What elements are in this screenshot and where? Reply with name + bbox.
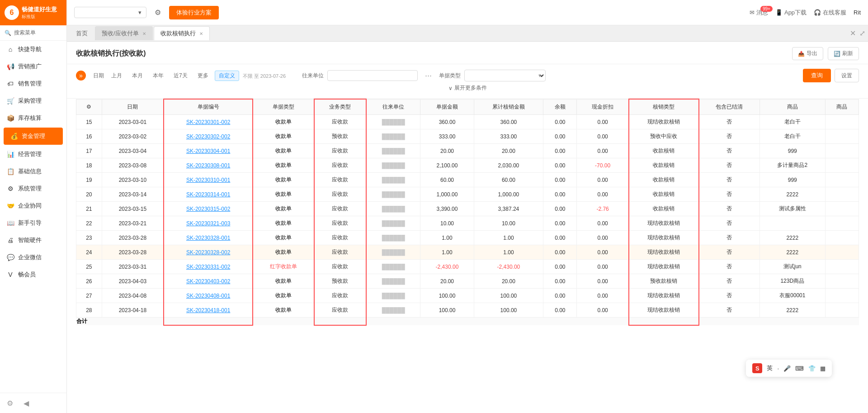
user-name[interactable]: Rit [854, 9, 861, 16]
col-header-bill-no[interactable]: 单据编号 [164, 99, 253, 115]
tab-close-advance-bill[interactable]: ✕ [142, 31, 146, 36]
date-btn-7days[interactable]: 近7天 [170, 71, 191, 81]
bill-no-link[interactable]: SK-20230328-002 [186, 249, 230, 256]
col-header-verified-amount[interactable]: 累计核销金额 [474, 99, 543, 115]
cell-product2 [825, 144, 859, 158]
cell-include-cleared: 否 [699, 115, 760, 129]
date-btn-this-month[interactable]: 本月 [128, 71, 146, 81]
industry-solution-button[interactable]: 体验行业方案 [169, 6, 219, 19]
bill-no-link[interactable]: SK-20230315-002 [186, 206, 230, 212]
sidebar-item-wechat[interactable]: 💬 企业微信 [0, 249, 66, 266]
cell-bill-type: 收款单 [253, 144, 314, 158]
cell-product: 老白干 [760, 115, 825, 129]
bill-no-link[interactable]: SK-20230302-002 [186, 133, 230, 140]
col-header-include-cleared[interactable]: 包含已结清 [699, 99, 760, 115]
col-header-partner[interactable]: 往来单位 [366, 99, 420, 115]
online-support-link[interactable]: 🎧 在线客服 [814, 9, 846, 17]
partner-input[interactable] [327, 70, 418, 81]
col-header-date[interactable]: 日期 [102, 99, 164, 115]
col-header-balance[interactable]: 余额 [543, 99, 577, 115]
bill-no-link[interactable]: SK-20230408-001 [186, 293, 230, 299]
cell-product [760, 216, 825, 231]
bill-no-link[interactable]: SK-20230331-002 [186, 264, 230, 270]
close-tab-icon[interactable]: ✕ [850, 29, 856, 38]
col-header-product2[interactable]: 商品 [825, 99, 859, 115]
table-row: 17 2023-03-04 SK-20230304-001 收款单 应收款 ██… [76, 144, 859, 158]
bill-no-link[interactable]: SK-20230403-002 [186, 278, 230, 285]
tab-receipt-verify[interactable]: 收款核销执行 ✕ [154, 26, 210, 40]
export-button[interactable]: 📤 导出 [792, 47, 823, 60]
col-header-verify-type[interactable]: 核销类型 [629, 99, 699, 115]
cell-date: 2023-03-15 [102, 202, 164, 216]
sidebar-item-enterprise[interactable]: 🤝 企业协同 [0, 197, 66, 214]
bill-no-link[interactable]: SK-20230304-001 [186, 148, 230, 154]
search-menu[interactable]: 🔍 搜索菜单 [0, 25, 66, 41]
filter-toggle-button[interactable]: » [76, 71, 86, 81]
col-header-biz-type[interactable]: 业务类型 [314, 99, 367, 115]
mic-icon[interactable]: 🎤 [783, 365, 791, 372]
page-content: 收款核销执行(按收款) 📤 导出 🔄 刷新 » 日期 上月 [67, 42, 868, 413]
cell-balance: 0.00 [543, 303, 577, 318]
keyboard-icon[interactable]: ⌨ [795, 365, 804, 372]
expand-conditions-button[interactable]: ∨ 展开更多条件 [76, 82, 859, 94]
cell-biz-type: 应收款 [314, 202, 367, 216]
bill-no-link[interactable]: SK-20230308-001 [186, 162, 230, 169]
sidebar-item-operations[interactable]: 📊 经营管理 [0, 146, 66, 163]
date-btn-custom[interactable]: 自定义 [215, 71, 239, 81]
cell-no: 20 [76, 187, 102, 202]
sidebar-item-quick-nav[interactable]: ⌂ 快捷导航 [0, 41, 66, 58]
bill-no-link[interactable]: SK-20230321-003 [186, 220, 230, 227]
query-button[interactable]: 查询 [803, 69, 831, 82]
message-button[interactable]: ✉ 消息 99+ [750, 9, 768, 17]
date-btn-this-year[interactable]: 本年 [149, 71, 167, 81]
settings-icon[interactable]: ⚙ [151, 6, 165, 19]
sidebar-item-hardware[interactable]: 🖨 智能硬件 [0, 232, 66, 249]
bill-type-select[interactable] [464, 70, 546, 81]
filter-dots[interactable]: ··· [425, 71, 432, 81]
col-header-bill-type[interactable]: 单据类型 [253, 99, 314, 115]
tab-advance-bill[interactable]: 预收/应收付单 ✕ [95, 26, 153, 40]
sidebar-item-marketing[interactable]: 📢 营销推广 [0, 58, 66, 75]
bill-no-link[interactable]: SK-20230310-001 [186, 177, 230, 183]
app-download-link[interactable]: 📱 App下载 [775, 9, 807, 17]
sidebar-item-guide[interactable]: 📖 新手引导 [0, 214, 66, 232]
settings-bottom-icon[interactable]: ⚙ [4, 397, 16, 409]
company-selector[interactable]: ▾ [74, 7, 146, 18]
sogou-icon: S [752, 363, 762, 373]
grid-icon[interactable]: ▦ [820, 365, 826, 372]
cell-verified-amount: 60.00 [474, 173, 543, 187]
cell-date: 2023-03-02 [102, 129, 164, 144]
sidebar-item-member[interactable]: V 畅会员 [0, 266, 66, 283]
bill-no-link[interactable]: SK-20230301-002 [186, 119, 230, 125]
sidebar-item-finance[interactable]: 💰 资金管理 [4, 128, 63, 145]
sidebar-item-basic[interactable]: 📋 基础信息 [0, 163, 66, 180]
skin-icon[interactable]: 👕 [808, 365, 816, 372]
sidebar-item-purchase[interactable]: 🛒 采购管理 [0, 92, 66, 109]
cell-product2 [825, 231, 859, 245]
sidebar-item-system[interactable]: ⚙ 系统管理 [0, 180, 66, 197]
col-header-settings[interactable]: ⚙ [76, 99, 102, 115]
cell-verified-amount: 1.00 [474, 245, 543, 260]
col-header-product[interactable]: 商品 [760, 99, 825, 115]
date-btn-more[interactable]: 更多 [194, 71, 212, 81]
settings-button[interactable]: 设置 [835, 69, 859, 82]
bill-no-link[interactable]: SK-20230314-001 [186, 191, 230, 198]
tab-close-receipt-verify[interactable]: ✕ [199, 31, 203, 36]
cell-verify-type: 收款核销 [629, 187, 699, 202]
col-header-amount[interactable]: 单据金额 [420, 99, 474, 115]
col-header-cash-discount[interactable]: 现金折扣 [577, 99, 629, 115]
refresh-button[interactable]: 🔄 刷新 [828, 47, 859, 60]
headset-icon: 🎧 [814, 9, 821, 16]
tab-home[interactable]: 首页 [70, 27, 94, 40]
date-btn-last-month[interactable]: 上月 [108, 71, 126, 81]
collapse-icon[interactable]: ◀ [20, 397, 33, 409]
expand-tab-icon[interactable]: ⤢ [859, 29, 865, 38]
bill-no-link[interactable]: SK-20230328-001 [186, 235, 230, 241]
bill-no-link[interactable]: SK-20230418-001 [186, 307, 230, 313]
sidebar-item-inventory[interactable]: 📦 库存核算 [0, 109, 66, 127]
refresh-icon: 🔄 [834, 51, 840, 57]
logo-text: 畅健道好生意 标推版 [22, 5, 57, 20]
cell-biz-type: 应收款 [314, 144, 367, 158]
message-badge: 99+ [760, 6, 773, 12]
sidebar-item-sales[interactable]: 🏷 销售管理 [0, 75, 66, 92]
